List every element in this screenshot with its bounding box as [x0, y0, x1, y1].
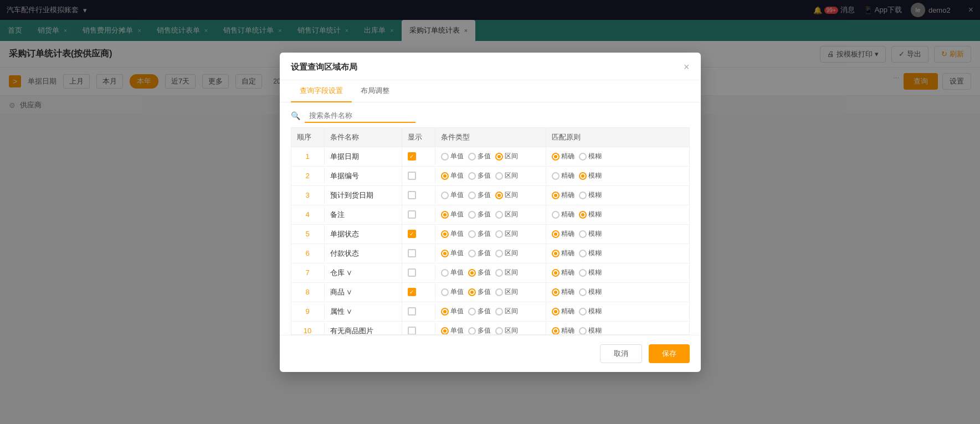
- modal-title: 设置查询区域布局: [291, 62, 357, 73]
- tab-query-fields-label: 查询字段设置: [300, 86, 343, 95]
- modal-header: 设置查询区域布局 ×: [280, 53, 701, 80]
- modal-search-area: 🔍: [280, 102, 701, 116]
- modal-overlay: 设置查询区域布局 × 查询字段设置 布局调整 🔍 顺序 条件名称 显示 条件类型: [0, 0, 980, 115]
- tab-layout-adjust-label: 布局调整: [361, 86, 389, 95]
- settings-modal: 设置查询区域布局 × 查询字段设置 布局调整 🔍 顺序 条件名称 显示 条件类型: [280, 53, 701, 116]
- tab-layout-adjust[interactable]: 布局调整: [352, 80, 398, 102]
- modal-search-icon: 🔍: [291, 111, 300, 115]
- modal-tabs: 查询字段设置 布局调整: [280, 80, 701, 102]
- tab-query-fields[interactable]: 查询字段设置: [291, 80, 352, 102]
- modal-close-button[interactable]: ×: [684, 61, 690, 73]
- modal-search-input[interactable]: [305, 109, 415, 116]
